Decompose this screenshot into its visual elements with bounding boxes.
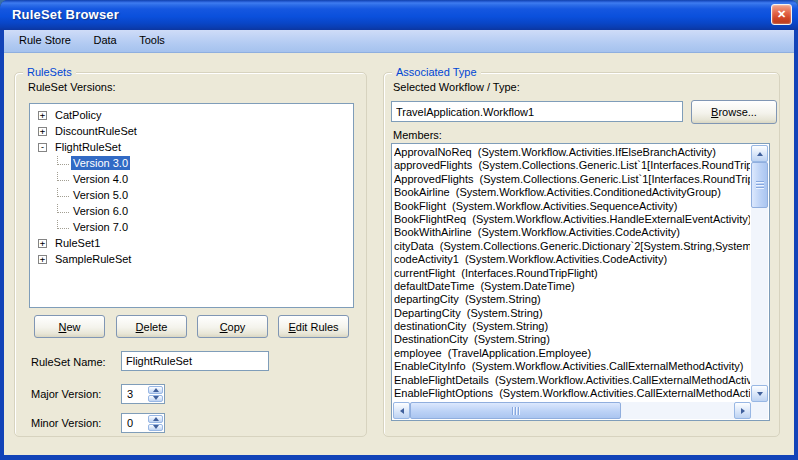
tree-item-discountruleset[interactable]: + DiscountRuleSet [30,123,353,139]
tree-connector [57,220,69,229]
menu-item-data[interactable]: Data [84,30,125,50]
ruleset-browser-window: RuleSet Browser ✕ Rule Store Data Tools … [0,0,798,460]
major-version-stepper[interactable] [121,384,165,404]
member-item[interactable]: EnableFlightDetails (System.Workflow.Act… [394,374,750,387]
tree-item-label[interactable]: Version 7.0 [71,220,130,234]
member-item[interactable]: ApprovalNoReq (System.Workflow.Activitie… [394,146,750,159]
minor-version-stepper[interactable] [121,413,165,433]
rulesets-groupbox: RuleSets RuleSet Versions: + CatPolicy +… [14,72,367,437]
close-icon[interactable]: ✕ [771,4,792,25]
major-version-label: Major Version: [31,388,101,400]
members-label: Members: [393,129,442,141]
expander-plus-icon[interactable]: + [38,127,47,136]
expander-minus-icon[interactable]: - [38,143,47,152]
member-item[interactable]: cityData (System.Collections.Generic.Dic… [394,240,750,253]
tree-item-version-7[interactable]: Version 7.0 [30,219,353,235]
tree-item-label[interactable]: SampleRuleSet [53,252,133,266]
member-item[interactable]: departingCity (System.String) [394,293,750,306]
member-item[interactable]: BookAirline (System.Workflow.Activities.… [394,186,750,199]
new-button[interactable]: New [34,315,105,338]
vertical-scrollbar-thumb[interactable] [751,162,768,208]
tree-item-label[interactable]: Version 5.0 [71,188,130,202]
rulesets-group-title: RuleSets [23,66,76,78]
menu-item-rule-store[interactable]: Rule Store [10,30,80,50]
spinner-up-icon[interactable] [148,415,163,423]
member-item[interactable]: BookFlightReq (System.Workflow.Activitie… [394,213,750,226]
tree-connector [57,172,69,181]
horizontal-scrollbar-thumb[interactable] [410,402,621,419]
ruleset-name-input[interactable] [121,351,269,371]
client-area: RuleSets RuleSet Versions: + CatPolicy +… [4,53,794,455]
ruleset-name-label: RuleSet Name: [31,356,106,368]
tree-item-label[interactable]: Version 4.0 [71,172,130,186]
edit-rules-button[interactable]: Edit Rules [278,315,349,338]
tree-item-label[interactable]: CatPolicy [53,108,103,122]
member-item[interactable]: destinationCity (System.String) [394,320,750,333]
minor-version-label: Minor Version: [31,417,101,429]
member-item[interactable]: employee (TravelApplication.Employee) [394,347,750,360]
member-item[interactable]: BookFlight (System.Workflow.Activities.S… [394,200,750,213]
tree-item-label[interactable]: DiscountRuleSet [53,124,139,138]
ruleset-versions-tree[interactable]: + CatPolicy + DiscountRuleSet - FlightRu… [29,103,354,308]
member-item[interactable]: EnableFlightOptions (System.Workflow.Act… [394,387,750,400]
member-item[interactable]: ApprovedFlights (System.Collections.Gene… [394,173,750,186]
tree-connector [57,188,69,197]
tree-item-catpolicy[interactable]: + CatPolicy [30,107,353,123]
associated-type-group-title: Associated Type [392,66,481,78]
tree-item-label[interactable]: Version 6.0 [71,204,130,218]
expander-plus-icon[interactable]: + [38,255,47,264]
horizontal-scrollbar[interactable] [393,402,751,419]
scroll-right-icon[interactable] [734,402,751,419]
spinner-down-icon[interactable] [148,424,163,432]
minor-version-spin-buttons [148,415,163,431]
tree-connector [57,204,69,213]
tree-item-version-3[interactable]: Version 3.0 [30,155,353,171]
expander-plus-icon[interactable]: + [38,111,47,120]
members-rows: ApprovalNoReq (System.Workflow.Activitie… [394,146,750,401]
ruleset-versions-label: RuleSet Versions: [28,81,115,93]
members-listbox[interactable]: ApprovalNoReq (System.Workflow.Activitie… [391,143,770,421]
associated-type-groupbox: Associated Type Selected Workflow / Type… [383,72,780,437]
scroll-left-icon[interactable] [393,402,410,419]
tree-connector [57,156,69,165]
spinner-down-icon[interactable] [148,395,163,403]
member-item[interactable]: DestinationCity (System.String) [394,333,750,346]
menu-bar: Rule Store Data Tools [4,30,794,53]
copy-button[interactable]: Copy [197,315,268,338]
title-bar: RuleSet Browser ✕ [0,0,798,30]
tree-item-version-5[interactable]: Version 5.0 [30,187,353,203]
tree-item-version-6[interactable]: Version 6.0 [30,203,353,219]
tree-item-ruleset1[interactable]: + RuleSet1 [30,235,353,251]
expander-plus-icon[interactable]: + [38,239,47,248]
delete-button[interactable]: Delete [116,315,187,338]
member-item[interactable]: codeActivity1 (System.Workflow.Activitie… [394,253,750,266]
member-item[interactable]: approvedFlights (System.Collections.Gene… [394,159,750,172]
menu-item-tools[interactable]: Tools [130,30,174,50]
thumb-grip [512,407,520,415]
scroll-up-icon[interactable] [751,145,768,162]
minor-version-input[interactable] [123,415,146,431]
tree-item-flightruleset[interactable]: - FlightRuleSet [30,139,353,155]
major-version-spin-buttons [148,386,163,402]
scroll-down-icon[interactable] [751,385,768,402]
member-item[interactable]: DepartingCity (System.String) [394,307,750,320]
major-version-input[interactable] [123,386,146,402]
member-item[interactable]: BookWithAirline (System.Workflow.Activit… [394,226,750,239]
member-item[interactable]: currentFlight (Interfaces.RoundTripFligh… [394,267,750,280]
tree-item-version-4[interactable]: Version 4.0 [30,171,353,187]
selected-workflow-label: Selected Workflow / Type: [393,81,520,93]
member-item[interactable]: defaultDateTime (System.DateTime) [394,280,750,293]
browse-button[interactable]: Browse... [691,100,777,124]
member-item[interactable]: EnableCityInfo (System.Workflow.Activiti… [394,360,750,373]
member-item[interactable]: enableParameters (System.Collections.Gen… [394,400,750,401]
scrollbar-corner [751,402,768,419]
vertical-scrollbar[interactable] [751,145,768,402]
window-title: RuleSet Browser [12,7,119,22]
tree-item-sampleruleset[interactable]: + SampleRuleSet [30,251,353,267]
selected-workflow-input[interactable] [391,101,683,122]
spinner-up-icon[interactable] [148,386,163,394]
tree-item-label-selected[interactable]: Version 3.0 [71,156,130,170]
tree-item-label[interactable]: FlightRuleSet [53,140,123,154]
thumb-grip [756,181,764,189]
tree-item-label[interactable]: RuleSet1 [53,236,102,250]
